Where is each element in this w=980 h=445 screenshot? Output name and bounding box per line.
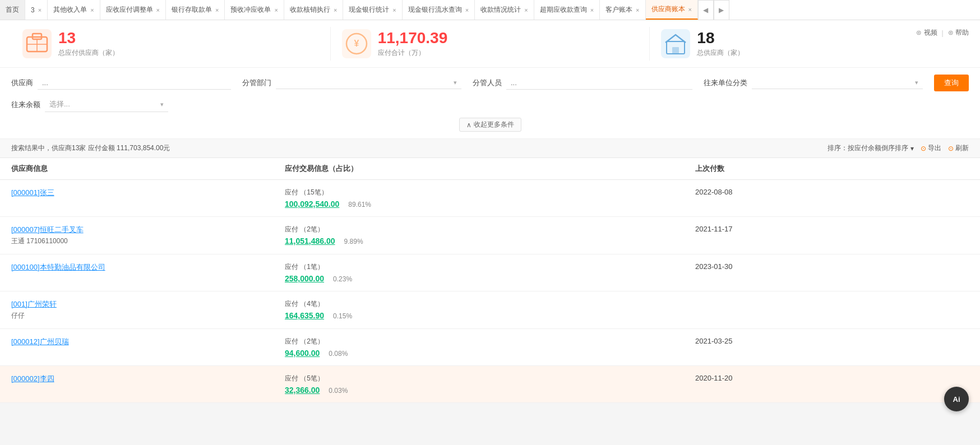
last-pay-date: 2020-11-20 [695,374,733,382]
nav-next-arrow[interactable]: ▶ [714,0,729,20]
refresh-button[interactable]: ⊙ 刷新 [948,143,969,153]
nav-tab-home-label: 首页 [6,5,19,15]
nav-tab-cash-bank-flow-close[interactable]: × [465,7,469,13]
nav-tab-receipt-stat[interactable]: 收款情况统计 × [475,0,534,20]
tx-info-cell: 应付 （2笔） 94,600.00 0.08% [285,337,695,358]
supplier-link[interactable]: [000100]本特勤油品有限公司 [11,262,285,272]
supplier-link[interactable]: [000001]张三 [11,188,285,198]
nav-tab-other-income-label: 其他收入单 [53,5,87,15]
tx-percent: 0.03% [329,387,348,395]
category-filter-label: 往来单位分类 [704,78,747,88]
tx-amount-link[interactable]: 94,600.00 [285,349,320,358]
stats-value-payable: 11,170.39 [378,30,448,46]
balance-filter-select[interactable]: 选择... ▾ [45,97,168,112]
nav-tab-cash-bank-stat[interactable]: 现金银行统计 × [343,0,402,20]
nav-tab-overdue-ar-close[interactable]: × [590,7,594,13]
table-row[interactable]: [001]广州荣轩 仔仔 应付 （4笔） 164,635.90 0.15% [0,291,980,329]
tx-type-count: 应付 （4笔） [285,299,695,309]
supplier-filter-label: 供应商 [11,78,33,88]
tx-amount-link[interactable]: 32,366.00 [285,386,320,395]
export-label: 导出 [928,143,941,153]
supplier-info-cell: [000001]张三 [11,188,285,208]
header-tx-info: 应付交易信息（占比） [285,164,695,174]
person-filter-input[interactable] [506,76,692,90]
supplier-filter: 供应商 [11,76,231,90]
nav-tab-customer-book-close[interactable]: × [636,7,639,13]
nav-tab-cash-bank-stat-close[interactable]: × [392,7,396,13]
last-pay-cell: 2021-03-25 [695,337,969,358]
tx-amount-link[interactable]: 164,635.90 [285,311,324,320]
balance-select-text: 选择... [49,99,70,109]
tx-percent: 0.08% [329,350,348,358]
dept-filter-label: 分管部门 [242,78,271,88]
tx-amount-link[interactable]: 100,092,540.00 [285,200,339,208]
help-link[interactable]: ⊙ 帮助 [948,28,969,38]
filter-row-1: 供应商 分管部门 ▾ 分管人员 往来单位分类 ▾ 查询 [11,75,969,91]
nav-tab-ar-ap-adjust-close[interactable]: × [156,7,160,13]
nav-tab-other-income-close[interactable]: × [90,7,94,13]
supplier-link[interactable]: [000007]恒旺二手叉车 [11,225,285,235]
nav-tab-3[interactable]: 3 × [25,0,48,20]
supplier-link[interactable]: [001]广州荣轩 [11,299,285,309]
tx-amount-row: 258,000.00 0.23% [285,273,695,283]
tx-type-count: 应付 （2笔） [285,337,695,346]
nav-tab-ar-ap-adjust[interactable]: 应收应付调整单 × [100,0,166,20]
table-row[interactable]: [000002]李四 应付 （5笔） 32,366.00 0.03% 2020-… [0,366,980,403]
result-summary: 搜索结果中，供应商13家 应付金额 111,703,854.00元 [11,143,170,153]
nav-tab-home[interactable]: 首页 [0,0,25,20]
collapse-bar: ∧ 收起更多条件 [11,118,969,132]
category-chevron-icon: ▾ [915,79,918,86]
table-row[interactable]: [000007]恒旺二手叉车 王通 17106110000 应付 （2笔） 11… [0,217,980,254]
export-button[interactable]: ⊙ 导出 [921,143,941,153]
dept-filter-select[interactable]: ▾ [276,77,462,89]
nav-tab-other-income[interactable]: 其他收入单 × [48,0,100,20]
nav-tab-prepay-ar-close[interactable]: × [274,7,278,13]
main-table: 供应商信息 应付交易信息（占比） 上次付数 [000001]张三 应付 （15笔… [0,158,980,403]
nav-tab-receipt-verify-label: 收款核销执行 [290,5,330,15]
sort-select[interactable]: 排序：按应付余额倒序排序 ▾ [828,143,914,153]
person-filter: 分管人员 [473,76,692,90]
nav-tab-overdue-ar[interactable]: 超期应收款查询 × [534,0,600,20]
nav-tab-receipt-stat-close[interactable]: × [524,7,528,13]
tx-amount-link[interactable]: 11,051,486.00 [285,237,335,245]
nav-tab-receipt-verify-close[interactable]: × [334,7,337,13]
supplier-filter-input[interactable] [38,76,231,90]
dept-chevron-icon: ▾ [454,79,457,86]
nav-tab-customer-book[interactable]: 客户账本 × [600,0,645,20]
nav-tab-bank-deposit-close[interactable]: × [215,7,219,13]
supplier-info-cell: [000007]恒旺二手叉车 王通 17106110000 [11,225,285,246]
table-row[interactable]: [000001]张三 应付 （15笔） 100,092,540.00 89.61… [0,180,980,217]
sort-label: 排序：按应付余额倒序排序 [828,143,908,153]
stats-label-total-suppliers: 总供应商（家） [697,48,744,58]
collapse-button[interactable]: ∧ 收起更多条件 [459,118,521,132]
nav-tab-receipt-verify[interactable]: 收款核销执行 × [284,0,343,20]
table-row[interactable]: [000100]本特勤油品有限公司 应付 （1笔） 258,000.00 0.2… [0,254,980,291]
supplier-link[interactable]: [000012]广州贝瑞 [11,337,285,347]
nav-tab-3-close[interactable]: × [38,7,41,13]
nav-tab-bank-deposit[interactable]: 银行存取款单 × [166,0,225,20]
nav-prev-arrow[interactable]: ◀ [698,0,714,20]
nav-tab-supplier-book-close[interactable]: × [688,6,692,13]
tx-type-count: 应付 （5笔） [285,374,695,383]
refresh-label: 刷新 [955,143,969,153]
nav-tab-supplier-book[interactable]: 供应商账本 × [646,0,698,20]
nav-tab-cash-bank-flow[interactable]: 现金银行流水查询 × [403,0,475,20]
supplier-link[interactable]: [000002]李四 [11,374,285,384]
last-pay-cell: 2022-08-08 [695,188,969,208]
refresh-radio-icon: ⊙ [948,145,954,152]
result-bar: 搜索结果中，供应商13家 应付金额 111,703,854.00元 排序：按应付… [0,139,980,158]
tx-amount-link[interactable]: 258,000.00 [285,274,324,283]
video-link[interactable]: ⊙ 视频 [916,28,937,38]
tx-percent: 0.15% [333,312,352,320]
category-filter: 往来单位分类 ▾ [704,77,923,89]
last-pay-date: 2021-11-17 [695,225,733,233]
tx-amount-row: 32,366.00 0.03% [285,384,695,395]
category-filter-select[interactable]: ▾ [752,77,923,89]
table-row[interactable]: [000012]广州贝瑞 应付 （2笔） 94,600.00 0.08% 202… [0,329,980,366]
nav-tab-cash-bank-flow-label: 现金银行流水查询 [408,5,462,15]
supplier-info-cell: [000012]广州贝瑞 [11,337,285,358]
tx-info-cell: 应付 （5笔） 32,366.00 0.03% [285,374,695,395]
query-button[interactable]: 查询 [934,75,969,91]
nav-tab-prepay-ar[interactable]: 预收冲应收单 × [225,0,284,20]
tx-info-cell: 应付 （4笔） 164,635.90 0.15% [285,299,695,321]
